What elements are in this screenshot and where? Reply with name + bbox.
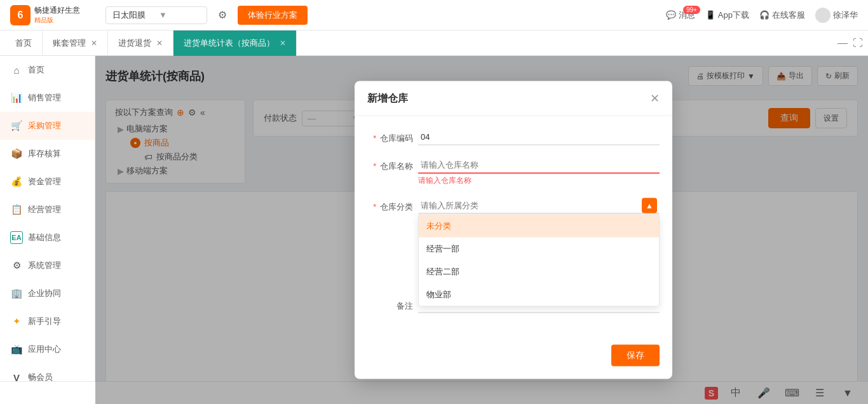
mobile-icon: 📱 — [705, 10, 715, 20]
tab-account[interactable]: 账套管理 ✕ — [43, 30, 108, 56]
dropdown-item-dept1[interactable]: 经营一部 — [419, 238, 659, 260]
settings-icon[interactable]: ⚙ — [212, 5, 233, 25]
guide-icon: ✦ — [10, 315, 23, 328]
category-input[interactable] — [418, 198, 660, 214]
tab-purchase-return[interactable]: 进货退货 ✕ — [108, 30, 173, 56]
system-icon: ⚙ — [10, 259, 23, 272]
sidebar-item-finance[interactable]: 💰 资金管理 — [0, 168, 95, 196]
sidebar-item-home[interactable]: ⌂ 首页 — [0, 56, 95, 84]
sidebar-item-inventory[interactable]: 📦 库存核算 — [0, 140, 95, 168]
minimize-icon[interactable]: — — [837, 37, 848, 49]
location-selector[interactable]: 日太阳膜 ▼ — [105, 6, 207, 24]
sales-icon: 📊 — [10, 91, 23, 104]
name-field: * 仓库名称 请输入仓库名称 — [367, 157, 660, 186]
category-label: * 仓库分类 — [367, 198, 418, 213]
name-input-wrapper: 请输入仓库名称 — [418, 157, 660, 186]
headset-icon: 🎧 — [759, 10, 770, 20]
sidebar-item-purchase[interactable]: 🛒 采购管理 — [0, 112, 95, 140]
content-area: 进货单统计(按商品) 🖨 按模板打印 ▼ 📤 导出 ↻ 刷新 — [95, 56, 868, 404]
purchase-icon: 🛒 — [10, 119, 23, 132]
category-arrow-icon[interactable]: ▲ — [642, 198, 657, 213]
code-field: * 仓库编码 — [367, 129, 660, 145]
dropdown-item-uncategorized[interactable]: 未分类 — [419, 215, 659, 238]
main-layout: ⌂ 首页 📊 销售管理 🛒 采购管理 📦 库存核算 💰 资金管理 📋 经营管理 … — [0, 56, 868, 404]
tab-close-icon[interactable]: ✕ — [280, 39, 286, 48]
online-service-button[interactable]: 🎧 在线客服 — [759, 10, 805, 21]
tab-close-icon[interactable]: ✕ — [156, 39, 163, 48]
code-input-wrapper — [418, 129, 660, 145]
message-button[interactable]: 💬 消息 99+ — [666, 10, 695, 21]
finance-icon: 💰 — [10, 175, 23, 188]
sidebar-item-sales[interactable]: 📊 销售管理 — [0, 84, 95, 112]
modal-header: 新增仓库 ✕ — [355, 81, 672, 116]
modal-actions: 保存 — [355, 337, 672, 379]
header-search: 日太阳膜 ▼ ⚙ 体验行业方案 — [105, 5, 666, 25]
selector-arrow-icon: ▼ — [159, 10, 200, 20]
tab-close-icon[interactable]: ✕ — [91, 39, 97, 48]
sidebar: ⌂ 首页 📊 销售管理 🛒 采购管理 📦 库存核算 💰 资金管理 📋 经营管理 … — [0, 56, 95, 404]
category-dropdown: ▲ 未分类 经营一部 经营二部 物业部 — [418, 198, 660, 214]
tab-home[interactable]: 首页 — [5, 30, 43, 56]
note-label: 备注 — [367, 297, 418, 312]
warehouse-modal: 新增仓库 ✕ * 仓库编码 * — [355, 81, 672, 379]
logo-area: 6 畅捷通好生意 精品版 — [10, 5, 105, 25]
maximize-icon[interactable]: ⛶ — [853, 37, 863, 49]
message-badge: 99+ — [683, 6, 700, 14]
dropdown-item-property[interactable]: 物业部 — [419, 283, 659, 306]
sidebar-item-operation[interactable]: 📋 经营管理 — [0, 196, 95, 224]
category-field: * 仓库分类 ▲ 未分类 经营一部 经营二部 物业部 — [367, 198, 660, 214]
name-input[interactable] — [418, 157, 660, 174]
category-dropdown-menu: 未分类 经营一部 经营二部 物业部 — [418, 214, 660, 307]
appcenter-icon: 📺 — [10, 343, 23, 356]
code-input[interactable] — [418, 129, 660, 145]
enterprise-icon: 🏢 — [10, 287, 23, 300]
sidebar-item-enterprise[interactable]: 🏢 企业协同 — [0, 279, 95, 307]
basic-info-icon: EA — [10, 231, 23, 244]
header-right: 💬 消息 99+ 📱 App下载 🎧 在线客服 徐泽华 — [666, 8, 858, 23]
modal-title: 新增仓库 — [367, 91, 408, 105]
tab-bar: 首页 账套管理 ✕ 进货退货 ✕ 进货单统计表（按商品） ✕ — ⛶ — [0, 30, 868, 56]
app-download-button[interactable]: 📱 App下载 — [705, 10, 749, 21]
sidebar-item-system[interactable]: ⚙ 系统管理 — [0, 252, 95, 279]
sidebar-item-basic[interactable]: EA 基础信息 — [0, 224, 95, 252]
name-error-tip: 请输入仓库名称 — [418, 175, 660, 186]
tab-window-controls: — ⛶ — [837, 37, 863, 49]
dropdown-item-dept2[interactable]: 经营二部 — [419, 260, 659, 283]
save-button[interactable]: 保存 — [611, 345, 660, 367]
trial-button[interactable]: 体验行业方案 — [238, 6, 308, 25]
name-label: * 仓库名称 — [367, 157, 418, 172]
category-input-wrapper: ▲ 未分类 经营一部 经营二部 物业部 — [418, 198, 660, 214]
modal-close-icon[interactable]: ✕ — [650, 91, 660, 105]
logo-text: 畅捷通好生意 精品版 — [34, 5, 80, 25]
operation-icon: 📋 — [10, 203, 23, 216]
modal-body: * 仓库编码 * 仓库名称 请输入仓库名称 — [355, 116, 672, 337]
avatar — [815, 8, 831, 23]
top-header: 6 畅捷通好生意 精品版 日太阳膜 ▼ ⚙ 体验行业方案 💬 消息 99+ 📱 … — [0, 0, 868, 30]
user-area[interactable]: 徐泽华 — [815, 8, 858, 23]
code-label: * 仓库编码 — [367, 129, 418, 144]
logo-icon: 6 — [10, 5, 31, 25]
message-icon: 💬 — [666, 10, 676, 20]
tab-purchase-stats[interactable]: 进货单统计表（按商品） ✕ — [173, 30, 297, 56]
inventory-icon: 📦 — [10, 147, 23, 160]
sidebar-item-guide[interactable]: ✦ 新手引导 — [0, 307, 95, 335]
sidebar-item-appcenter[interactable]: 📺 应用中心 — [0, 335, 95, 363]
home-icon: ⌂ — [10, 64, 23, 76]
